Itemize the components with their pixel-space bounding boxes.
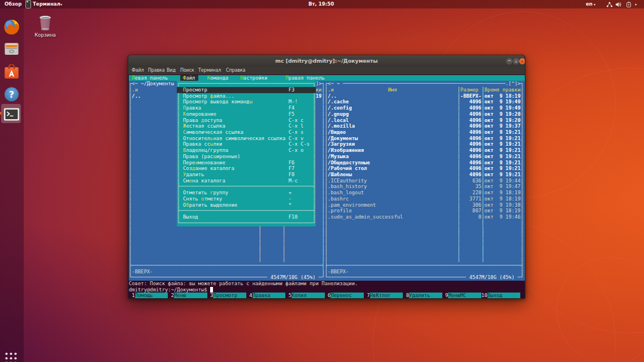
file-row[interactable]: окт 9 18:19	[484, 93, 520, 99]
file-row[interactable]: окт 9 19:49	[485, 105, 521, 111]
dock-item-terminal[interactable]	[3, 108, 20, 121]
keyboard-layout-indicator[interactable]: en	[586, 0, 593, 8]
file-row[interactable]: /Музыка	[328, 154, 457, 160]
maximize-button[interactable]: ▫	[513, 58, 519, 64]
dropdown-item-2[interactable]: Просмотр вывода команд	[180, 99, 250, 105]
file-row[interactable]: окт 9 19:21	[484, 136, 520, 142]
fkey-button-5[interactable]: Копия	[291, 293, 325, 299]
file-row[interactable]: окт 9 19:38	[484, 202, 520, 208]
terminal-menu-3[interactable]: Поиск	[180, 67, 194, 75]
dropdown-item-7[interactable]: имволическая ссылка C-x s	[186, 129, 312, 136]
dock-item-files[interactable]	[3, 41, 20, 56]
file-row[interactable]: 4096	[460, 165, 481, 172]
dropdown-item-11[interactable]: иренные)	[216, 154, 313, 160]
file-row[interactable]: окт 9 18:19	[484, 208, 520, 214]
dropdown-item-21[interactable]: Выход F10	[180, 214, 313, 220]
file-row[interactable]: окт 9 19:44	[485, 178, 521, 184]
mc-menubar-item-1[interactable]: айл	[186, 75, 198, 81]
window-titlebar[interactable]: mc [dmitry@dmitry]:~/Документы − ▫ ×	[128, 55, 525, 67]
file-row[interactable]: 4096	[460, 172, 481, 178]
file-row[interactable]: /.cache	[328, 99, 457, 105]
file-row[interactable]: /.config	[328, 105, 457, 111]
file-row[interactable]: /Видео	[328, 129, 457, 136]
dropdown-item-5[interactable]: Права	[180, 117, 201, 124]
fkey-button-8[interactable]: 8	[403, 293, 409, 299]
file-row[interactable]: окт 9 19:21	[485, 165, 521, 172]
file-row[interactable]: 306	[460, 202, 481, 208]
dropdown-item-14[interactable]: далить F8	[186, 172, 312, 178]
file-row[interactable]: окт 9 19:46	[484, 214, 520, 220]
file-row[interactable]: окт 9 19:47	[484, 184, 520, 190]
fkey-button-8[interactable]: Удалить	[409, 293, 442, 299]
file-row[interactable]: .bashrc	[328, 196, 457, 202]
file-row[interactable]: 4096	[460, 111, 481, 117]
trash-desktop-icon[interactable]: Корзина	[33, 16, 58, 40]
mc-menubar-item-0[interactable]: евая панель	[135, 75, 168, 81]
file-row[interactable]: окт 9 19:21	[484, 154, 520, 160]
battery-icon[interactable]	[626, 2, 631, 7]
file-row[interactable]: 4096	[460, 123, 481, 129]
fkey-button-5[interactable]: 5	[285, 293, 291, 299]
dropdown-item-0[interactable]	[177, 87, 183, 93]
show-applications-icon[interactable]	[5, 352, 18, 362]
mc-menubar-item-3[interactable]: астройки	[243, 75, 268, 81]
file-row[interactable]: 4096	[460, 147, 481, 154]
dropdown-item-3[interactable]: равка F4	[186, 105, 312, 111]
file-row[interactable]: 4096	[460, 160, 481, 166]
file-row[interactable]: 0	[460, 214, 481, 220]
mc-menubar-item-2[interactable]: оманда	[210, 75, 228, 81]
file-row[interactable]: -ВВЕРХ-	[460, 93, 481, 99]
file-row[interactable]: 4096	[460, 154, 481, 160]
file-row[interactable]: /Документы	[328, 136, 457, 142]
fkey-button-10[interactable]: Выход	[488, 293, 521, 299]
file-row[interactable]: окт 9 18:19	[484, 190, 520, 196]
file-row[interactable]: /Загрузки	[328, 141, 457, 147]
file-row[interactable]: окт 9 19:37	[485, 123, 521, 129]
file-row[interactable]: /Изображения	[328, 147, 457, 154]
fkey-button-9[interactable]: 9	[442, 293, 449, 299]
file-row[interactable]: 4096	[460, 129, 481, 136]
dropdown-item-13[interactable]: ание каталога F7	[195, 165, 312, 172]
file-row[interactable]: 4096	[460, 117, 481, 124]
terminal-menu-0[interactable]: Файл	[132, 67, 144, 75]
fkey-button-2[interactable]: 2	[168, 293, 174, 299]
dropdown-item-12[interactable]: Пере	[180, 160, 195, 166]
file-row[interactable]: окт 9 19:20	[485, 111, 521, 117]
file-row[interactable]: 220	[460, 190, 481, 196]
file-row[interactable]: /Общедоступные	[328, 160, 457, 166]
activities-button[interactable]: Обзор	[5, 0, 21, 8]
file-row[interactable]: /Шаблоны	[328, 172, 457, 178]
dock-item-firefox[interactable]	[3, 19, 20, 35]
dock-item-ubuntu-software[interactable]	[3, 64, 20, 80]
dropdown-item-18[interactable]: Снять	[180, 196, 201, 202]
file-row[interactable]: 4096	[460, 141, 481, 147]
fkey-button-3[interactable]: 3	[207, 293, 214, 299]
fkey-button-10[interactable]: 10	[481, 293, 488, 299]
file-row[interactable]: окт 9 19:20	[485, 117, 521, 124]
file-row[interactable]: /..	[132, 93, 177, 99]
file-row[interactable]: 3771	[460, 196, 481, 202]
dropdown-item-8[interactable]: Относител	[180, 136, 210, 142]
file-row[interactable]: /..	[328, 93, 457, 99]
fkey-button-7[interactable]: НвКтлог	[370, 293, 403, 299]
file-row[interactable]: 4096	[460, 136, 481, 142]
file-row[interactable]: окт 9 19:21	[485, 172, 521, 178]
file-row[interactable]: .pam_environment	[328, 202, 457, 208]
fkey-button-4[interactable]: 4	[246, 293, 253, 299]
network-icon[interactable]	[606, 2, 613, 7]
file-row[interactable]: 807	[460, 208, 481, 214]
file-row[interactable]: .ICEauthority	[328, 178, 457, 184]
fkey-button-1[interactable]: Помощь	[135, 293, 168, 299]
fkey-button-6[interactable]: 6	[325, 293, 331, 299]
dropdown-item-1[interactable]: Просмотр	[180, 93, 210, 99]
dropdown-item-11[interactable]: Права (рас	[180, 154, 214, 160]
mc-command-line[interactable]: dmitry@dmitry:~/Документы$	[129, 287, 207, 293]
dropdown-item-9[interactable]: Правка сс	[180, 141, 210, 147]
dropdown-item-0[interactable]: росмотр F3	[186, 87, 315, 93]
file-row[interactable]: .profile	[328, 208, 457, 214]
clock[interactable]: Вт, 19:50	[308, 0, 334, 8]
close-button[interactable]: ×	[519, 58, 525, 64]
dropdown-item-5[interactable]: оступа C-x c	[204, 117, 312, 124]
dropdown-item-10[interactable]: ладелец/группа C-x o	[186, 147, 312, 154]
file-row[interactable]: 636	[460, 178, 481, 184]
